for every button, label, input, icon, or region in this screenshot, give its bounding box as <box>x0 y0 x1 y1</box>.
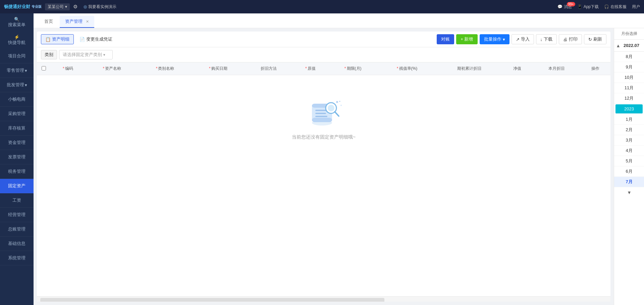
search-icon: 🔍 <box>3 17 31 22</box>
download-button[interactable]: ↓ 下载 <box>536 34 557 44</box>
app-download-button[interactable]: 📱 App下载 <box>577 4 599 10</box>
month-item-9[interactable]: 9月 <box>614 62 644 72</box>
demo-label: 我要看实例演示 <box>88 4 116 10</box>
sidebar-item-basic-info[interactable]: 基础信息 <box>0 237 34 251</box>
tab-close-icon[interactable]: ✕ <box>86 19 89 23</box>
sidebar-item-ecommerce[interactable]: 小畅电商 <box>0 92 34 107</box>
refresh-icon: ↻ <box>588 37 592 42</box>
th-operation: 操作 <box>580 62 610 75</box>
reconcile-button[interactable]: 对账 <box>437 34 454 44</box>
month-item-4[interactable]: 4月 <box>614 146 644 156</box>
month-item-3[interactable]: 3月 <box>614 135 644 146</box>
online-service-button[interactable]: 🎧 在线客服 <box>604 4 627 10</box>
sub-tabs: 📋 资产明细 📄 变更生成凭证 对账 + 新增 <box>37 32 610 47</box>
page-content: 📋 资产明细 📄 变更生成凭证 对账 + 新增 <box>34 28 644 305</box>
th-residual-rate: *残值率(%) <box>378 62 436 75</box>
sidebar-item-invoice[interactable]: 发票管理 <box>0 150 34 164</box>
tab-home-label: 首页 <box>44 19 53 24</box>
add-label: + 新增 <box>461 36 473 42</box>
refresh-label: 刷新 <box>593 36 602 42</box>
retail-arrow-icon <box>25 68 27 73</box>
asset-detail-label: 资产明细 <box>52 36 69 42</box>
th-net-value: 净值 <box>502 62 532 75</box>
import-icon: ↗ <box>516 37 520 42</box>
demo-link[interactable]: ◎ 我要看实例演示 <box>84 4 116 10</box>
topbar-right: 💬 消息 99+ 📱 App下载 🎧 在线客服 用户 <box>557 4 640 10</box>
month-item-7[interactable]: 7月 <box>614 177 644 187</box>
company-selector[interactable]: 某某公司 ▾ <box>45 3 70 10</box>
sidebar-item-inventory[interactable]: 库存核算 <box>0 121 34 136</box>
topbar: 畅捷通好业财 专业版 某某公司 ▾ ⚙ ◎ 我要看实例演示 💬 消息 99+ 📱… <box>0 0 644 13</box>
tab-asset-mgmt[interactable]: 资产管理 ✕ <box>60 16 94 28</box>
sidebar-item-system[interactable]: 系统管理 <box>0 251 34 265</box>
bottom-scrollbar[interactable] <box>37 296 610 302</box>
quick-nav-icon: ⚡ <box>3 35 31 40</box>
month-next-icon[interactable]: ▾ <box>626 187 633 198</box>
sub-tab-change-voucher[interactable]: 📄 变更生成凭证 <box>75 34 117 44</box>
sidebar-item-purchase[interactable]: 采购管理 <box>0 107 34 121</box>
change-voucher-icon: 📄 <box>79 37 85 42</box>
svg-rect-5 <box>315 113 326 114</box>
tab-asset-mgmt-label: 资产管理 <box>65 19 83 24</box>
headset-icon: 🎧 <box>604 4 609 9</box>
sub-tab-asset-detail[interactable]: 📋 资产明细 <box>41 34 74 44</box>
category-filter[interactable]: 请选择固定资产类别 <box>59 50 113 59</box>
print-button[interactable]: 🖨 打印 <box>559 34 582 44</box>
filter-arrow-icon <box>103 53 105 57</box>
svg-point-8 <box>328 105 334 111</box>
demo-icon: ◎ <box>84 4 87 9</box>
batch-arrow-icon <box>503 37 505 42</box>
month-prev-icon[interactable]: ▴ <box>615 42 622 49</box>
month-item-6[interactable]: 6月 <box>614 166 644 177</box>
sidebar-item-wholesale[interactable]: 批发管理 <box>0 78 34 92</box>
content-area: 首页 资产管理 ✕ 📋 资产明细 📄 变更生成凭证 <box>34 13 644 305</box>
company-name: 某某公司 <box>48 4 64 10</box>
wholesale-label: 批发管理 <box>7 82 24 88</box>
app-logo: 畅捷通好业财 专业版 <box>4 4 42 10</box>
svg-line-9 <box>335 112 339 116</box>
month-item-2[interactable]: 2月 <box>614 125 644 135</box>
sidebar-item-search[interactable]: 🔍 搜索菜单 <box>0 13 34 31</box>
retail-label: 零售管理 <box>7 67 24 73</box>
batch-button[interactable]: 批量操作 <box>480 34 509 44</box>
add-button[interactable]: + 新增 <box>456 34 477 44</box>
month-panel: 月份选择 ▴ 2022.07 8月 9月 10月 11月 12月 2023 1月… <box>614 28 644 305</box>
month-item-8[interactable]: 8月 <box>614 52 644 62</box>
sidebar-item-ledger[interactable]: 总账管理 <box>0 222 34 237</box>
sidebar: 🔍 搜索菜单 ⚡ 快捷导航 项目合同 零售管理 批发管理 小畅电商 采购管理 库… <box>0 13 34 305</box>
month-item-5[interactable]: 5月 <box>614 156 644 166</box>
sidebar-item-retail[interactable]: 零售管理 <box>0 63 34 78</box>
month-item-10[interactable]: 10月 <box>614 72 644 83</box>
table-wrapper: *编码 *资产名称 *类别名称 *购买日期 折旧方法 *原值 *期限(月) *残… <box>37 62 610 296</box>
sidebar-item-quick-nav[interactable]: ⚡ 快捷导航 <box>0 31 34 49</box>
month-panel-header: 月份选择 <box>614 28 644 40</box>
month-item-12[interactable]: 12月 <box>614 93 644 104</box>
sidebar-item-fixed-asset[interactable]: 固定资产 <box>0 179 34 193</box>
th-period-months: *期限(月) <box>328 62 378 75</box>
user-avatar[interactable]: 用户 <box>632 4 640 10</box>
empty-state: 当前您还没有固定资产明细哦~ <box>37 75 610 160</box>
import-label: 导入 <box>521 36 530 42</box>
tab-home[interactable]: 首页 <box>39 16 58 28</box>
th-code: *编码 <box>50 62 86 75</box>
message-button[interactable]: 💬 消息 99+ <box>557 4 572 10</box>
import-button[interactable]: ↗ 导入 <box>512 34 534 44</box>
month-item-1[interactable]: 1月 <box>614 114 644 125</box>
app-download-label: App下载 <box>584 4 599 10</box>
sidebar-item-business[interactable]: 经营管理 <box>0 208 34 222</box>
sidebar-item-project[interactable]: 项目合同 <box>0 49 34 63</box>
filter-group: 类别 请选择固定资产类别 <box>41 50 113 59</box>
month-item-11[interactable]: 11月 <box>614 83 644 93</box>
svg-rect-3 <box>312 118 332 122</box>
sidebar-item-tax[interactable]: 税务管理 <box>0 164 34 179</box>
filter-label: 类别 <box>41 50 57 59</box>
settings-icon[interactable]: ⚙ <box>73 4 77 10</box>
sidebar-item-salary[interactable]: 工资 <box>0 193 34 208</box>
message-badge: 99+ <box>567 2 575 6</box>
sidebar-item-fund[interactable]: 资金管理 <box>0 136 34 150</box>
svg-rect-6 <box>315 116 327 117</box>
main-layout: 🔍 搜索菜单 ⚡ 快捷导航 项目合同 零售管理 批发管理 小畅电商 采购管理 库… <box>0 13 644 305</box>
th-asset-name: *资产名称 <box>86 62 139 75</box>
refresh-button[interactable]: ↻ 刷新 <box>584 34 606 44</box>
select-all-checkbox[interactable] <box>42 66 46 70</box>
